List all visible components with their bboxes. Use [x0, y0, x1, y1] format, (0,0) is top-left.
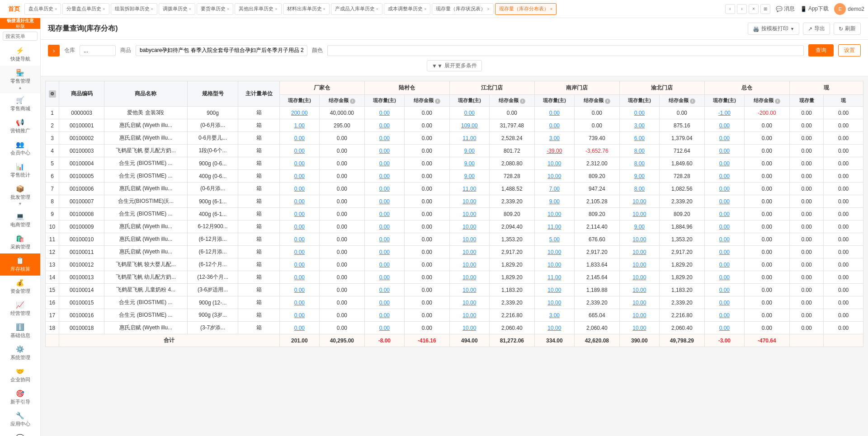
message-icon: 💬 [776, 6, 783, 12]
sidebar-nav-item-yingxiao[interactable]: 📢 营销推广 [0, 115, 40, 137]
table-row: 1600100015合生元 (BIOSTIME) ...900g (12-...… [46, 296, 863, 309]
logo-area: 畅捷通好生意 标版 [0, 18, 40, 29]
sidebar-nav-item-xinshou[interactable]: 🎯 新手引导 [0, 386, 40, 408]
table-row: 1400100013飞鹤星飞帆 幼儿配方奶...(12-36个月...箱0.00… [46, 271, 863, 284]
sidebar-nav-item-jingying[interactable]: 📈 经营管理 [0, 298, 40, 320]
tab-item[interactable]: 要货单历史× [197, 3, 233, 15]
sidebar-nav-item-shangcheng[interactable]: 🛒 零售商城 [0, 93, 40, 115]
chevron-down-icon: ▼ [790, 27, 794, 31]
sidebar-nav-item-lingshou[interactable]: 🏪 零售管理 ▲ [0, 66, 40, 93]
tab-close-btn[interactable]: × [749, 4, 759, 14]
print-btn[interactable]: 🖨️ 按模板打印 ▼ [748, 23, 799, 35]
warehouse-input[interactable] [80, 45, 116, 56]
sub-col: 现存量(主) [279, 95, 319, 107]
sidebar-nav-item-kuaijie[interactable]: ⚡ 快捷导航 [0, 43, 40, 66]
tab-item[interactable]: 产成品入库单历史× [331, 3, 382, 15]
tab-expand-btn[interactable]: ⊞ [760, 4, 770, 14]
username-label: demo2 [848, 6, 864, 12]
expand-icon: ▼▼ [432, 63, 443, 69]
col-settings-icon[interactable]: ⚙ [49, 90, 56, 98]
table-row: 200100001惠氏启赋 (Wyeth illu...(0-6月添...箱1.… [46, 119, 863, 132]
expand-filter-btn[interactable]: ▼▼ 展开更多条件 [427, 60, 482, 71]
page-title: 现存量查询(库存分布) [48, 24, 118, 33]
sidebar-nav-item-yingyong[interactable]: 🔧 应用中心 [0, 408, 40, 431]
table-row: 1300100012飞鹤星飞帆 较大婴儿配...(6-12个月...箱0.000… [46, 258, 863, 271]
app-download-btn[interactable]: 📱 App下载 [800, 5, 829, 13]
tab-next-btn[interactable]: › [737, 4, 747, 14]
download-label: App下载 [808, 5, 829, 13]
sidebar-nav-item-huiyuan[interactable]: 👥 会员中心 [0, 137, 40, 159]
table-row: 1500100014飞鹤星飞帆 儿童奶粉 4...(3-6岁适用...箱0.00… [46, 284, 863, 296]
sidebar-nav-item-tongji[interactable]: 📊 零售统计 [0, 159, 40, 182]
message-btn[interactable]: 💬 消息 [776, 5, 795, 13]
search-input[interactable] [3, 32, 38, 41]
sidebar: 畅捷通好生意 标版 ⚡ 快捷导航 🏪 零售管理 ▲ 🛒 零售商城 📢 营销推广 … [0, 18, 41, 436]
table-row: 800100007合生元(BIOSTIME)沃...900g (6-1...箱0… [46, 195, 863, 208]
sidebar-nav-item-qiye[interactable]: 🤝 企业协同 [0, 364, 40, 386]
top-nav: 首页 盘点单历史× 分量盘点单历史× 组装拆卸单历史× 调拨单历史× 要货单历史… [0, 0, 868, 18]
query-button[interactable]: 查询 [808, 44, 834, 56]
export-btn[interactable]: ↗ 导出 [803, 23, 830, 35]
table-row: 1000100009惠氏启赋 (Wyeth illu...6-12月900...… [46, 220, 863, 233]
top-right-area: 💬 消息 📱 App下载 E demo2 [776, 3, 864, 15]
tab-item[interactable]: 其他出库单历史× [235, 3, 281, 15]
table-row: 1800100018惠氏启赋 (Wyeth illu...(3-7岁添...箱0… [46, 322, 863, 334]
sub-col: 结存金额 i [744, 95, 789, 107]
tab-item[interactable]: 现存量（库存状况表）× [432, 3, 493, 15]
tab-prev-btn[interactable]: ‹ [725, 4, 735, 14]
sidebar-nav-item-pifa[interactable]: 📦 批发管理 ▼ [0, 182, 40, 209]
table-row: 900100008合生元 (BIOSTIME) ...400g (6-1...箱… [46, 208, 863, 220]
settings-col-header: ⚙ [46, 81, 59, 107]
color-label: 颜色 [312, 47, 323, 54]
tab-item-active[interactable]: 现存量（库存分布表）× [495, 3, 557, 15]
col-group-zongcang: 总仓 [704, 81, 789, 95]
col-unit: 主计量单位 [238, 81, 279, 107]
sidebar-nav-item-caigou[interactable]: 🛍️ 采购管理 [0, 231, 40, 253]
col-spec: 规格型号 [187, 81, 238, 107]
table-row: 1100100010惠氏启赋 (Wyeth illu...(6-12月添...箱… [46, 233, 863, 246]
sub-col: 现 [824, 95, 863, 107]
sub-col: 现存量(主) [619, 95, 659, 107]
sidebar-nav-item-jichu[interactable]: ℹ️ 基础信息 [0, 320, 40, 342]
refresh-btn[interactable]: ↻ 刷新 [834, 23, 861, 35]
table-row: 600100005合生元 (BIOSTIME) ...400g (0-6...箱… [46, 170, 863, 183]
filter-expand-arrow[interactable]: › [48, 45, 60, 56]
sub-col: 结存金额 i [574, 95, 619, 107]
sidebar-nav-item-zijin[interactable]: 💰 资金管理 [0, 276, 40, 298]
settings-button[interactable]: 设置 [838, 44, 861, 56]
sub-col: 结存金额 i [489, 95, 534, 107]
col-group-yubei: 渝北门店 [619, 81, 704, 95]
tab-item[interactable]: 盘点单历史× [24, 3, 61, 15]
sub-col: 结存金额 i [659, 95, 704, 107]
table-container: ⚙ 商品编码 商品名称 规格型号 主计量单位 厂家仓 陆村仓 江北门店 南岸门店… [41, 76, 868, 436]
product-input[interactable] [136, 45, 307, 56]
data-table: ⚙ 商品编码 商品名称 规格型号 主计量单位 厂家仓 陆村仓 江北门店 南岸门店… [45, 81, 863, 347]
col-group-jiangbei: 江北门店 [449, 81, 534, 95]
user-avatar[interactable]: E demo2 [834, 3, 864, 15]
sidebar-nav-item-xitong[interactable]: ⚙️ 系统管理 [0, 342, 40, 364]
tab-item[interactable]: 成本调整单历史× [384, 3, 430, 15]
page-header-actions: 🖨️ 按模板打印 ▼ ↗ 导出 ↻ 刷新 [748, 23, 861, 35]
sub-col: 结存金额 i [404, 95, 449, 107]
tab-item[interactable]: 调拨单历史× [159, 3, 195, 15]
col-name: 商品名称 [104, 81, 187, 107]
page-header: 现存量查询(库存分布) 🖨️ 按模板打印 ▼ ↗ 导出 ↻ 刷新 [41, 18, 868, 40]
sidebar-nav-item-weixin[interactable]: 💬 企业微信 [0, 431, 40, 436]
sidebar-nav-item-dianshang[interactable]: 💻 电商管理 [0, 209, 40, 231]
home-tab[interactable]: 首页 [4, 5, 24, 13]
tab-item[interactable]: 材料出库单历史× [283, 3, 330, 15]
color-input[interactable] [327, 45, 804, 56]
warehouse-label: 仓库 [64, 47, 75, 54]
print-icon: 🖨️ [753, 26, 760, 32]
export-icon: ↗ [808, 26, 812, 32]
tab-item[interactable]: 组装拆卸单历史× [111, 3, 157, 15]
table-footer-row: 合计201.0040,295.00-8.00-416.16494.0081,27… [46, 334, 863, 347]
tab-item[interactable]: 分量盘点单历史× [62, 3, 109, 15]
col-group-lucun: 陆村仓 [364, 81, 449, 95]
sub-col: 现存量 [789, 95, 823, 107]
download-icon: 📱 [800, 6, 807, 12]
product-label: 商品 [120, 47, 131, 54]
sidebar-nav-item-kucun[interactable]: 📋 库存核算 [0, 253, 40, 276]
refresh-icon: ↻ [839, 26, 843, 32]
table-row: 1200100011惠氏启赋 (Wyeth illu...(6-12月添...箱… [46, 246, 863, 258]
